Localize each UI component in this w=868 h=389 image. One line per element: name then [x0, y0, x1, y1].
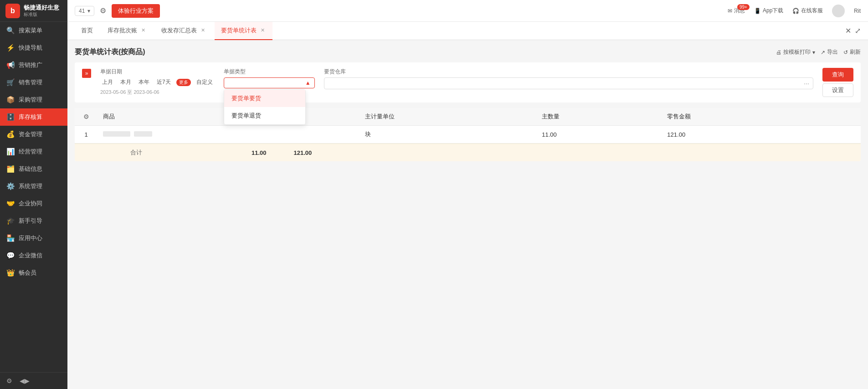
date-this-year-btn[interactable]: 本年 — [137, 77, 151, 87]
export-button[interactable]: ↗ 导出 — [821, 48, 838, 56]
online-service-label: 在线客服 — [801, 7, 823, 15]
table-container: ⚙ 商品 主计量单位 主数量 零售金额 1 块 11.00 121.00 — [75, 108, 861, 161]
type-dropdown: 要货单要货 要货单退货 — [224, 89, 306, 125]
sidebar-item-collab[interactable]: 🤝 企业协同 — [0, 195, 67, 212]
date-custom-btn[interactable]: 自定义 — [195, 77, 215, 87]
tab-inventory[interactable]: 库存批次账✕ — [101, 22, 153, 40]
tab-order-close[interactable]: ✕ — [259, 27, 266, 34]
refresh-button[interactable]: ↺ 刷新 — [843, 48, 861, 56]
phone-icon: 📱 — [754, 8, 761, 14]
type-filter-label: 单据类型 — [224, 68, 315, 76]
tab-order[interactable]: 要货单统计表✕ — [215, 22, 272, 40]
topbar-right: ✉ 消息 99+ 📱 App下载 🎧 在线客服 Rit — [728, 5, 861, 17]
print-button[interactable]: 🖨 按模板打印 ▾ — [776, 48, 815, 56]
sidebar-item-search[interactable]: 🔍 搜索菜单 — [0, 22, 67, 39]
sidebar-item-marketing[interactable]: 📢 营销推广 — [0, 56, 67, 74]
sidebar-item-finance[interactable]: 💰 资金管理 — [0, 126, 67, 143]
sidebar: b 畅捷通好生意 标准版 🔍 搜索菜单 ⚡ 快捷导航 📢 营销推广 🛒 销售管理… — [0, 0, 67, 389]
main-area: 41 ▾ ⚙ 体验行业方案 ✉ 消息 99+ 📱 App下载 🎧 在线客服 Ri… — [67, 0, 868, 389]
industry-btn[interactable]: 体验行业方案 — [112, 4, 160, 18]
date-more-badge[interactable]: 更多 — [176, 79, 191, 86]
user-name: Rit — [854, 8, 861, 14]
cell-goods-0 — [98, 126, 360, 143]
collapse-footer-button[interactable]: ◀▶ — [20, 377, 30, 384]
dropdown-item-return-goods[interactable]: 要货单退货 — [224, 107, 305, 124]
filter-expand-button[interactable]: » — [82, 69, 91, 78]
warehouse-filter-label: 要货仓库 — [324, 68, 813, 76]
app-download-btn[interactable]: 📱 App下载 — [754, 7, 783, 15]
col-extra-header — [813, 108, 861, 126]
tab-inventory-close[interactable]: ✕ — [140, 27, 147, 34]
inventory-nav-icon: 🗄️ — [6, 113, 15, 121]
filter-actions: 查询 设置 — [822, 68, 853, 97]
chevron-up-icon: ▲ — [305, 80, 311, 86]
warehouse-filter-input[interactable] — [328, 80, 804, 87]
shortcut-nav-icon: ⚡ — [6, 44, 15, 52]
chevron-print-icon: ▾ — [812, 49, 815, 56]
tab-order-label: 要货单统计表 — [221, 26, 257, 35]
online-service-btn[interactable]: 🎧 在线客服 — [792, 7, 823, 15]
guide-nav-icon: 🎓 — [6, 217, 15, 225]
print-icon: 🖨 — [776, 49, 781, 56]
sidebar-item-shortcut[interactable]: ⚡ 快捷导航 — [0, 39, 67, 56]
warehouse-filter-selector[interactable]: ··· — [324, 77, 813, 89]
tab-collect[interactable]: 收发存汇总表✕ — [155, 22, 213, 40]
purchase-nav-icon: 📦 — [6, 96, 15, 104]
date-prev-month-btn[interactable]: 上月 — [100, 77, 115, 87]
warehouse-filter-group: 要货仓库 ··· — [324, 68, 813, 89]
sidebar-item-guide[interactable]: 🎓 新手引导 — [0, 212, 67, 230]
marketing-nav-icon: 📢 — [6, 61, 15, 69]
headset-icon: 🎧 — [792, 8, 799, 14]
more-options-icon: ··· — [804, 80, 809, 87]
date-this-month-btn[interactable]: 本月 — [118, 77, 133, 87]
finance-nav-icon: 💰 — [6, 130, 15, 138]
tabs-bar: 首页库存批次账✕收发存汇总表✕要货单统计表✕ ✕ ⤢ — [67, 22, 868, 40]
type-filter-input[interactable] — [228, 80, 305, 86]
sidebar-item-wechat[interactable]: 💬 企业微信 — [0, 247, 67, 264]
dropdown-item-require-goods[interactable]: 要货单要货 — [224, 90, 305, 107]
message-btn[interactable]: ✉ 消息 99+ — [728, 7, 745, 15]
page-content: 要货单统计表(按商品) 🖨 按模板打印 ▾ ↗ 导出 ↺ 刷新 — [67, 40, 868, 389]
org-selector[interactable]: 41 ▾ — [75, 6, 94, 16]
sidebar-item-system[interactable]: ⚙️ 系统管理 — [0, 178, 67, 195]
settings-footer-button[interactable]: ⚙ — [6, 377, 12, 384]
sidebar-item-business[interactable]: 📊 经营管理 — [0, 143, 67, 160]
topbar-left: 41 ▾ ⚙ 体验行业方案 — [75, 4, 160, 18]
close-all-tabs-button[interactable]: ✕ — [845, 26, 851, 35]
cell-qty-0: 11.00 — [536, 126, 662, 143]
sidebar-item-member[interactable]: 👑 畅会员 — [0, 264, 67, 282]
cell-amount-0: 121.00 — [662, 126, 813, 143]
filter-panel: » 单据日期 上月 本月 本年 近7天 更多 自定义 2023-05-06 至 … — [75, 62, 861, 102]
sidebar-item-appstore[interactable]: 🏪 应用中心 — [0, 230, 67, 247]
sidebar-item-inventory[interactable]: 🗄️ 库存核算 — [0, 108, 67, 126]
footer-qty: 11.00 — [252, 149, 267, 156]
tabs-actions: ✕ ⤢ — [845, 26, 861, 35]
appstore-nav-icon: 🏪 — [6, 234, 15, 242]
sidebar-nav: 🔍 搜索菜单 ⚡ 快捷导航 📢 营销推广 🛒 销售管理 📦 采购管理 🗄️ 库存… — [0, 22, 67, 372]
sidebar-item-basic[interactable]: 🗂️ 基础信息 — [0, 160, 67, 178]
date-last-7days-btn[interactable]: 近7天 — [155, 77, 173, 87]
topbar-settings-button[interactable]: ⚙ — [100, 6, 106, 15]
user-avatar[interactable] — [832, 5, 845, 17]
logo-icon: b — [5, 4, 20, 18]
date-filter-row: 上月 本月 本年 近7天 更多 自定义 — [100, 77, 215, 87]
maximize-button[interactable]: ⤢ — [855, 26, 861, 35]
tab-collect-close[interactable]: ✕ — [200, 27, 206, 34]
chevron-down-icon: ▾ — [87, 8, 90, 14]
filter-settings-button[interactable]: 设置 — [822, 83, 853, 97]
tab-home[interactable]: 首页 — [75, 22, 99, 40]
sidebar-item-purchase[interactable]: 📦 采购管理 — [0, 91, 67, 108]
cell-num-0: 1 — [75, 126, 98, 143]
col-amount-header: 零售金额 — [662, 108, 813, 126]
message-badge: 99+ — [737, 4, 750, 10]
type-filter-selector[interactable]: ▲ — [224, 77, 315, 88]
sidebar-item-sales[interactable]: 🛒 销售管理 — [0, 74, 67, 91]
page-title: 要货单统计表(按商品) — [75, 47, 145, 57]
refresh-icon: ↺ — [843, 49, 848, 56]
column-settings-button[interactable]: ⚙ — [83, 113, 89, 120]
cell-unit-0: 块 — [360, 126, 537, 143]
page-header: 要货单统计表(按商品) 🖨 按模板打印 ▾ ↗ 导出 ↺ 刷新 — [75, 47, 861, 57]
tab-collect-label: 收发存汇总表 — [161, 26, 197, 35]
query-button[interactable]: 查询 — [822, 68, 853, 82]
collab-nav-icon: 🤝 — [6, 200, 15, 208]
